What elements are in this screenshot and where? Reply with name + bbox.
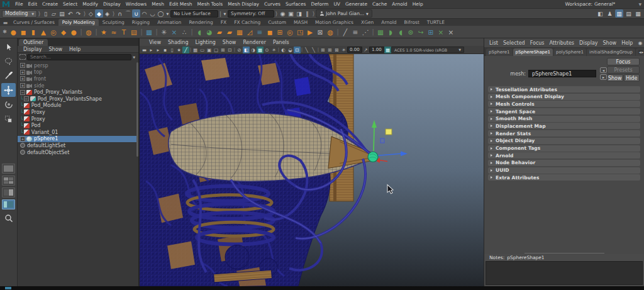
shelf-tab-animation[interactable]: Animation — [153, 19, 185, 26]
vp-textures-toggle-icon[interactable]: ▦ — [257, 47, 264, 53]
vp-redo-view-icon[interactable]: ▸ — [155, 47, 162, 53]
new-scene-icon[interactable]: ▯ — [42, 9, 50, 18]
menu-mesh-tools[interactable]: Mesh Tools — [195, 1, 226, 8]
ae-tab-psphereshape1[interactable]: pSphereShape1 — [513, 48, 553, 56]
menu-create[interactable]: Create — [40, 1, 60, 8]
outliner-item-defaultlightset[interactable]: defaultLightSet — [18, 142, 138, 149]
viewport-menu-view[interactable]: View — [146, 40, 164, 45]
select-tool[interactable] — [1, 40, 16, 53]
menu-arnold[interactable]: Arnold — [389, 1, 409, 8]
outliner-item-variant_01[interactable]: └ Variant_01 — [18, 129, 138, 136]
menu-generate[interactable]: Generate — [343, 1, 370, 8]
ae-menu-help[interactable]: Help — [619, 40, 635, 46]
shelf-gear-icon[interactable]: ✱ — [1, 29, 8, 35]
notes-resize-handle[interactable] — [525, 253, 604, 254]
shelf-tab-motion-graphics[interactable]: Motion Graphics — [311, 19, 357, 26]
manip-plane-xy[interactable] — [380, 138, 384, 143]
construction-plane-icon[interactable]: ✳ — [159, 27, 169, 37]
symmetry-dropdown-icon[interactable]: ▼ — [223, 9, 227, 18]
vp-undo-view-icon[interactable]: ▸ — [148, 47, 155, 53]
outliner-search-input[interactable] — [27, 54, 131, 60]
outliner-item-proxy[interactable]: └ Proxy — [18, 116, 138, 123]
show-button[interactable]: Show — [607, 74, 623, 82]
shelf-tab-arnold[interactable]: Arnold — [377, 19, 400, 26]
symmetry-field[interactable]: Symmetry: Off — [228, 10, 274, 18]
gamma-field[interactable]: 1.00 — [369, 47, 384, 53]
delete-vertex-icon[interactable]: × — [446, 27, 456, 37]
manip-plane-yz[interactable] — [386, 129, 392, 135]
workspace-selector[interactable]: Workspace: General* ▼ — [565, 1, 641, 7]
lasso-tool[interactable] — [1, 54, 16, 68]
section-tessellation-attributes[interactable]: Tessellation Attributes — [488, 86, 640, 92]
vp-isolate-icon[interactable]: ⊡ — [294, 47, 301, 53]
tab-scroll-right-icon[interactable]: ▸ — [641, 50, 643, 54]
expand-toggle-icon[interactable]: + — [20, 63, 25, 68]
flip-icon[interactable]: ↪ — [416, 27, 426, 37]
vp-gamma-icon[interactable]: ↗ — [362, 47, 369, 53]
bend-icon[interactable]: ◿ — [245, 27, 255, 37]
ae-tab-polysphere1[interactable]: polySphere1 — [553, 48, 586, 56]
section-node-behavior[interactable]: Node Behavior — [488, 160, 640, 166]
ae-menu-focus[interactable]: Focus — [528, 40, 547, 46]
menu-display[interactable]: Display — [101, 1, 123, 8]
box-x-icon[interactable]: ⊠ — [315, 27, 325, 37]
menu-file[interactable]: File — [13, 1, 26, 8]
outliner-menu-show[interactable]: Show — [46, 47, 66, 52]
section-mesh-component-display[interactable]: Mesh Component Display — [488, 94, 640, 100]
tool-settings-icon[interactable]: ▤ — [625, 9, 633, 18]
shelf-tab-custom[interactable]: Custom — [264, 19, 290, 26]
workspace-dropdown-icon[interactable]: ▼ — [638, 2, 641, 6]
outliner-item-front[interactable]: + front — [18, 75, 138, 82]
layout-outliner-persp-button[interactable] — [2, 199, 15, 209]
delete-edge-icon[interactable]: × — [436, 27, 446, 37]
vp-image-plane-icon[interactable]: ▯ — [169, 47, 175, 53]
vp-bookmark-icon[interactable]: ▪ — [162, 47, 169, 53]
vp-copy2-icon[interactable]: ⊞ — [326, 47, 333, 53]
menu-select[interactable]: Select — [60, 1, 80, 8]
viewport-menu-lighting[interactable]: Lighting — [192, 40, 218, 45]
outliner-item-pod[interactable]: └ Pod — [18, 122, 138, 129]
layout-single-button[interactable] — [2, 164, 15, 174]
section-displacement-map[interactable]: Displacement Map — [488, 123, 640, 129]
vp-xray-icon[interactable]: ◐ — [280, 47, 287, 53]
symmetrize-icon[interactable]: ⊞ — [426, 27, 436, 37]
combine-icon[interactable]: ⊞ — [275, 27, 285, 37]
vp-xray-joints-icon[interactable]: ◒ — [287, 47, 294, 53]
section-tangent-space[interactable]: Tangent Space — [488, 108, 640, 114]
menu-modify[interactable]: Modify — [80, 1, 101, 8]
vp-copy1-icon[interactable]: ⊞ — [319, 47, 326, 53]
vp-ambient-icon[interactable]: ☀ — [270, 47, 277, 53]
vp-default-light-icon[interactable]: ◧ — [243, 47, 250, 53]
modeling-toolkit-icon[interactable]: ◧ — [596, 9, 604, 18]
menu-mesh[interactable]: Mesh — [149, 1, 167, 8]
viewport-menu-show[interactable]: Show — [219, 40, 240, 45]
expand-toggle-icon[interactable]: − — [20, 90, 25, 95]
select-hierarchy-icon[interactable]: ◇ — [87, 9, 95, 18]
locator-icon[interactable]: × — [169, 27, 179, 37]
expand-toggle-icon[interactable]: − — [24, 96, 29, 101]
live-surface-field[interactable]: No Live Surface — [170, 10, 218, 18]
outliner-scrollbar[interactable] — [136, 62, 138, 157]
layout-two-pane-button[interactable] — [2, 187, 15, 198]
vp-lights-icon[interactable]: ▢ — [213, 47, 219, 53]
measure-icon[interactable]: ∴ — [179, 27, 189, 37]
bridge-icon[interactable]: ≡ — [350, 27, 360, 37]
presets-button[interactable]: Presets — [607, 66, 640, 74]
poly-sphere-icon[interactable]: ● — [8, 27, 18, 37]
zoom-tool[interactable] — [1, 211, 16, 225]
outliner-item-top[interactable]: + top — [18, 69, 138, 76]
viewport-menu-panels[interactable]: Panels — [270, 40, 292, 45]
sphere-x-icon[interactable]: ⊛ — [406, 27, 416, 37]
viewport-canvas[interactable] — [140, 54, 484, 286]
shelf-tab-rendering[interactable]: Rendering — [185, 19, 216, 26]
vp-grease-pencil-icon[interactable]: ╱ — [182, 47, 189, 53]
shelf-tab-turtle[interactable]: TURTLE — [423, 19, 448, 26]
expand-toggle-icon[interactable]: + — [20, 137, 25, 142]
menu-surfaces[interactable]: Surfaces — [283, 1, 308, 8]
menu-curves[interactable]: Curves — [262, 1, 283, 8]
select-component-icon[interactable]: ◈ — [103, 9, 111, 18]
vp-no-lights-icon[interactable]: ⊘ — [236, 47, 243, 53]
viewport-menu-shading[interactable]: Shading — [165, 40, 192, 45]
vp-exposure-icon[interactable]: ☀ — [340, 47, 347, 53]
wheel-icon[interactable]: ◎ — [285, 27, 295, 37]
